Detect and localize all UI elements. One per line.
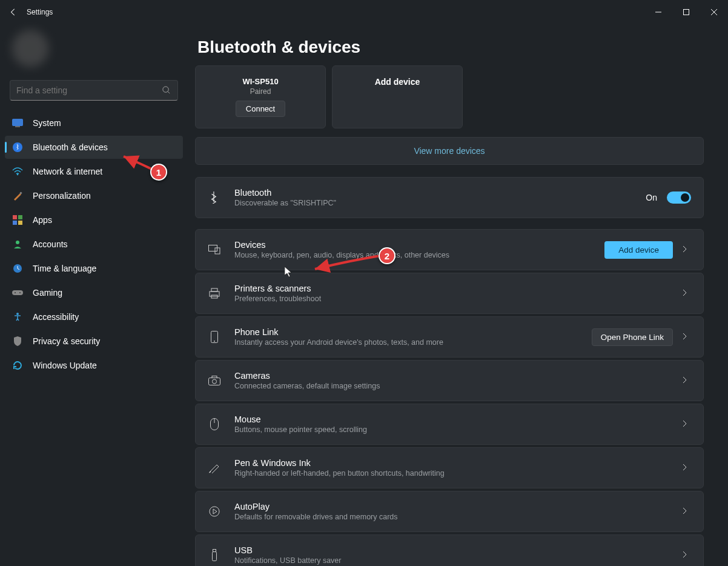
autoplay-icon bbox=[208, 506, 221, 517]
annotation-badge-1: 1 bbox=[150, 164, 167, 181]
sidebar-item-time-language[interactable]: Time & language bbox=[5, 257, 183, 280]
sidebar-item-system[interactable]: System bbox=[5, 112, 183, 135]
row-sub: Mouse, keyboard, pen, audio, displays an… bbox=[234, 251, 591, 259]
open-phone-link-button[interactable]: Open Phone Link bbox=[592, 328, 673, 346]
chevron-right-icon bbox=[683, 507, 691, 516]
connect-button[interactable]: Connect bbox=[236, 101, 285, 117]
main-content: Bluetooth & devices WI-SP510 Paired Conn… bbox=[188, 24, 728, 566]
sidebar-item-apps[interactable]: Apps bbox=[5, 208, 183, 231]
svg-rect-3 bbox=[15, 126, 20, 127]
back-button[interactable] bbox=[8, 7, 18, 17]
svg-rect-13 bbox=[12, 290, 23, 295]
sidebar: System Bluetooth & devices Network & int… bbox=[0, 24, 188, 566]
sidebar-item-label: Network & internet bbox=[33, 167, 102, 176]
autoplay-row[interactable]: AutoPlay Defaults for removable drives a… bbox=[196, 491, 703, 531]
pen-icon bbox=[208, 462, 221, 473]
bluetooth-icon bbox=[208, 191, 221, 204]
row-sub: Defaults for removable drives and memory… bbox=[234, 513, 669, 521]
devices-row[interactable]: Devices Mouse, keyboard, pen, audio, dis… bbox=[196, 230, 703, 270]
svg-point-15 bbox=[19, 292, 21, 293]
sidebar-item-accounts[interactable]: Accounts bbox=[5, 233, 183, 256]
sidebar-item-bluetooth-devices[interactable]: Bluetooth & devices bbox=[5, 136, 183, 159]
devices-icon bbox=[208, 245, 221, 255]
apps-icon bbox=[12, 215, 23, 225]
person-icon bbox=[12, 239, 23, 250]
maximize-button[interactable] bbox=[672, 2, 700, 22]
svg-point-5 bbox=[17, 174, 18, 175]
shield-icon bbox=[12, 336, 23, 347]
phone-link-row[interactable]: Phone Link Instantly access your Android… bbox=[196, 317, 703, 357]
camera-icon bbox=[208, 376, 221, 385]
search-input[interactable] bbox=[16, 85, 162, 95]
cursor-icon bbox=[285, 267, 293, 278]
system-icon bbox=[12, 118, 23, 128]
row-title: Cameras bbox=[234, 371, 669, 381]
sidebar-item-label: Bluetooth & devices bbox=[33, 142, 108, 152]
sidebar-item-label: System bbox=[33, 118, 61, 128]
sidebar-item-privacy[interactable]: Privacy & security bbox=[5, 330, 183, 353]
cameras-row[interactable]: Cameras Connected cameras, default image… bbox=[196, 361, 703, 401]
sidebar-item-label: Apps bbox=[33, 215, 52, 225]
phone-icon bbox=[208, 331, 221, 343]
svg-point-29 bbox=[210, 507, 219, 516]
svg-rect-2 bbox=[13, 119, 23, 126]
row-sub: Connected cameras, default image setting… bbox=[234, 382, 669, 390]
row-sub: Notifications, USB battery saver bbox=[234, 556, 669, 565]
profile-area[interactable] bbox=[12, 24, 176, 73]
view-more-devices[interactable]: View more devices bbox=[195, 137, 704, 165]
sidebar-item-accessibility[interactable]: Accessibility bbox=[5, 305, 183, 328]
accessibility-icon bbox=[12, 311, 23, 322]
row-title: Mouse bbox=[234, 415, 669, 424]
bluetooth-row[interactable]: Bluetooth Discoverable as "SRISHTIPC" On bbox=[196, 178, 703, 218]
chevron-right-icon bbox=[683, 333, 691, 341]
add-device-label: Add device bbox=[375, 77, 420, 87]
row-title: Printers & scanners bbox=[234, 284, 669, 293]
row-title: Devices bbox=[234, 240, 591, 250]
row-title: AutoPlay bbox=[234, 502, 669, 511]
svg-point-25 bbox=[213, 379, 217, 384]
close-button[interactable] bbox=[700, 2, 728, 22]
sidebar-item-label: Windows Update bbox=[33, 361, 97, 370]
paired-device-card[interactable]: WI-SP510 Paired Connect bbox=[195, 65, 326, 128]
paintbrush-icon bbox=[12, 190, 23, 201]
sidebar-item-label: Personalization bbox=[33, 191, 91, 201]
row-sub: Preferences, troubleshoot bbox=[234, 295, 669, 303]
row-sub: Discoverable as "SRISHTIPC" bbox=[234, 199, 632, 207]
usb-row[interactable]: USB Notifications, USB battery saver bbox=[196, 535, 703, 566]
chevron-right-icon bbox=[683, 551, 691, 559]
svg-point-11 bbox=[16, 241, 19, 244]
svg-point-23 bbox=[214, 341, 215, 342]
device-name: WI-SP510 bbox=[242, 77, 278, 86]
svg-rect-8 bbox=[18, 215, 22, 219]
minimize-button[interactable] bbox=[644, 2, 672, 22]
svg-rect-20 bbox=[211, 288, 217, 291]
row-sub: Buttons, mouse pointer speed, scrolling bbox=[234, 425, 669, 434]
svg-point-16 bbox=[16, 313, 19, 315]
usb-icon bbox=[208, 549, 221, 561]
svg-rect-26 bbox=[212, 376, 217, 378]
mouse-row[interactable]: Mouse Buttons, mouse pointer speed, scro… bbox=[196, 404, 703, 444]
add-device-button[interactable]: Add device bbox=[604, 241, 673, 259]
chevron-right-icon bbox=[683, 289, 691, 298]
wifi-icon bbox=[12, 166, 23, 177]
sidebar-item-windows-update[interactable]: Windows Update bbox=[5, 354, 183, 377]
sidebar-item-personalization[interactable]: Personalization bbox=[5, 184, 183, 207]
sidebar-item-label: Accessibility bbox=[33, 312, 79, 322]
printers-scanners-row[interactable]: Printers & scanners Preferences, trouble… bbox=[196, 273, 703, 313]
svg-rect-7 bbox=[13, 215, 17, 219]
sidebar-item-gaming[interactable]: Gaming bbox=[5, 281, 183, 304]
search-icon bbox=[162, 85, 171, 95]
toggle-state-label: On bbox=[646, 193, 657, 202]
svg-rect-31 bbox=[213, 550, 216, 552]
annotation-badge-2: 2 bbox=[379, 247, 395, 264]
search-box[interactable] bbox=[10, 80, 178, 101]
row-title: Phone Link bbox=[234, 327, 578, 337]
bluetooth-toggle[interactable] bbox=[667, 191, 691, 204]
svg-rect-30 bbox=[213, 552, 217, 561]
svg-rect-9 bbox=[13, 221, 17, 225]
row-sub: Right-handed or left-handed, pen button … bbox=[234, 469, 669, 478]
sidebar-item-label: Privacy & security bbox=[33, 336, 100, 346]
add-device-card[interactable]: Add device bbox=[332, 65, 463, 128]
view-more-label: View more devices bbox=[414, 146, 485, 156]
pen-ink-row[interactable]: Pen & Windows Ink Right-handed or left-h… bbox=[196, 448, 703, 488]
